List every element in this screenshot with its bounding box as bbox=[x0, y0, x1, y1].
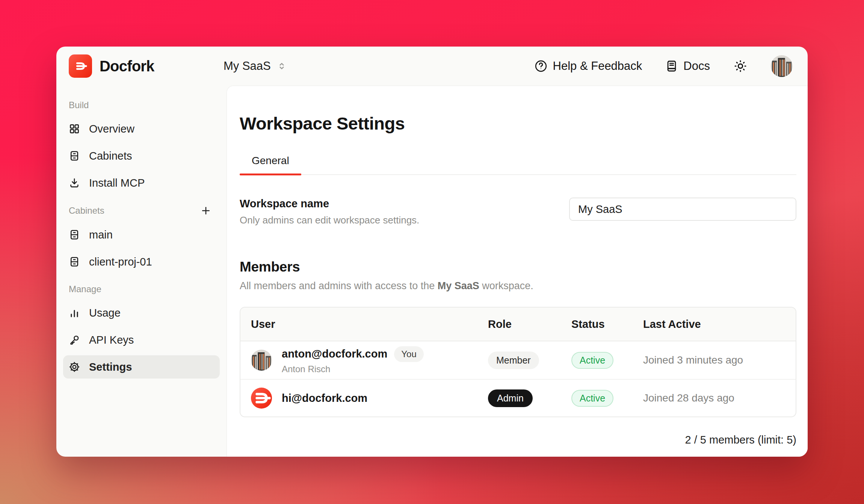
role-cell: Member bbox=[477, 352, 561, 369]
sidebar-item-label: Settings bbox=[89, 361, 132, 373]
members-table: User Role Status Last Active bbox=[240, 307, 796, 417]
docs-label: Docs bbox=[683, 59, 710, 73]
theme-toggle-sun-icon[interactable] bbox=[733, 59, 748, 73]
sidebar-section-cabinets: Cabinets bbox=[69, 205, 220, 216]
cabinet-icon bbox=[69, 256, 80, 267]
workspace-switcher[interactable]: My SaaS bbox=[224, 59, 287, 73]
app-window: Docfork My SaaS Help & Feedback bbox=[56, 47, 808, 457]
members-table-header: User Role Status Last Active bbox=[240, 308, 796, 341]
photo-avatar bbox=[251, 350, 272, 371]
user-avatar[interactable] bbox=[771, 55, 793, 77]
role-cell: Admin bbox=[477, 389, 561, 407]
help-feedback-button[interactable]: Help & Feedback bbox=[534, 59, 642, 73]
grid-icon bbox=[69, 123, 80, 134]
sidebar-section-manage: Manage bbox=[69, 284, 220, 294]
sidebar: Build Overview bbox=[56, 86, 227, 457]
sidebar-item-cabinet-client-proj-01[interactable]: client-proj-01 bbox=[63, 250, 220, 273]
sidebar-item-overview[interactable]: Overview bbox=[63, 117, 220, 140]
user-cell: hi@docfork.com bbox=[240, 388, 477, 409]
help-feedback-label: Help & Feedback bbox=[553, 59, 642, 73]
docfork-logo-icon bbox=[69, 54, 92, 78]
members-title: Members bbox=[240, 259, 796, 275]
user-cell: anton@docfork.com You Anton Risch bbox=[240, 346, 477, 374]
sidebar-item-label: Install MCP bbox=[89, 177, 145, 189]
member-email: anton@docfork.com bbox=[282, 348, 387, 360]
bar-chart-icon bbox=[69, 307, 80, 318]
members-count: 2 / 5 members (limit: 5) bbox=[240, 434, 796, 446]
table-row: anton@docfork.com You Anton Risch Member… bbox=[240, 341, 796, 379]
role-badge: Admin bbox=[488, 389, 533, 407]
sidebar-item-label: API Keys bbox=[89, 334, 134, 346]
table-row: hi@docfork.com Admin Active Joined 28 da… bbox=[240, 379, 796, 416]
docs-button[interactable]: Docs bbox=[665, 59, 710, 73]
sidebar-item-label: Overview bbox=[89, 123, 134, 135]
help-circle-icon bbox=[534, 59, 548, 73]
sidebar-section-build: Build bbox=[69, 100, 220, 110]
main-panel: Workspace Settings General Workspace nam… bbox=[227, 86, 808, 457]
key-icon bbox=[69, 334, 80, 346]
download-icon bbox=[69, 177, 80, 189]
sidebar-item-usage[interactable]: Usage bbox=[63, 301, 220, 324]
page-title: Workspace Settings bbox=[240, 113, 796, 134]
member-email: hi@docfork.com bbox=[282, 392, 367, 404]
status-badge: Active bbox=[571, 390, 613, 407]
workspace-name-labels: Workspace name Only admins can edit work… bbox=[240, 198, 419, 226]
role-badge: Member bbox=[488, 352, 539, 369]
sidebar-item-cabinets[interactable]: Cabinets bbox=[63, 144, 220, 167]
cabinet-icon bbox=[69, 229, 80, 240]
sidebar-item-settings[interactable]: Settings bbox=[63, 355, 220, 379]
workspace-name-label: Workspace name bbox=[240, 198, 419, 210]
sidebar-item-label: Cabinets bbox=[89, 150, 132, 162]
sidebar-item-label: main bbox=[89, 229, 113, 241]
status-cell: Active bbox=[561, 352, 633, 369]
sidebar-item-label: Usage bbox=[89, 307, 121, 319]
brand[interactable]: Docfork bbox=[69, 54, 224, 78]
column-header-last-active: Last Active bbox=[633, 318, 796, 330]
status-badge: Active bbox=[571, 352, 613, 369]
tab-bar: General bbox=[240, 155, 796, 175]
members-section: Members All members and admins with acce… bbox=[240, 259, 796, 446]
last-active-cell: Joined 28 days ago bbox=[633, 392, 796, 404]
workspace-name-row: Workspace name Only admins can edit work… bbox=[240, 198, 796, 226]
you-badge: You bbox=[394, 346, 424, 362]
member-name: Anton Risch bbox=[282, 364, 424, 374]
sidebar-item-api-keys[interactable]: API Keys bbox=[63, 328, 220, 352]
workspace-switcher-label: My SaaS bbox=[224, 59, 271, 73]
brand-name: Docfork bbox=[100, 58, 154, 75]
status-cell: Active bbox=[561, 390, 633, 407]
last-active-cell: Joined 3 minutes ago bbox=[633, 354, 796, 366]
column-header-status: Status bbox=[561, 318, 633, 330]
gear-icon bbox=[69, 361, 80, 373]
docfork-logo-avatar bbox=[251, 388, 272, 409]
top-bar: Docfork My SaaS Help & Feedback bbox=[56, 47, 808, 86]
add-cabinet-button[interactable] bbox=[200, 205, 211, 216]
column-header-role: Role bbox=[477, 318, 561, 330]
cabinet-icon bbox=[69, 150, 80, 161]
workspace-name-description: Only admins can edit workspace settings. bbox=[240, 214, 419, 226]
book-icon bbox=[665, 60, 678, 72]
sidebar-item-label: client-proj-01 bbox=[89, 256, 152, 268]
column-header-user: User bbox=[240, 318, 477, 330]
chevron-up-down-icon bbox=[277, 61, 287, 71]
top-bar-actions: Help & Feedback Docs bbox=[534, 55, 793, 77]
tab-general[interactable]: General bbox=[240, 155, 301, 174]
workspace-name-input[interactable] bbox=[569, 198, 796, 221]
sidebar-item-install-mcp[interactable]: Install MCP bbox=[63, 171, 220, 195]
sidebar-item-cabinet-main[interactable]: main bbox=[63, 223, 220, 246]
members-description: All members and admins with access to th… bbox=[240, 280, 796, 292]
